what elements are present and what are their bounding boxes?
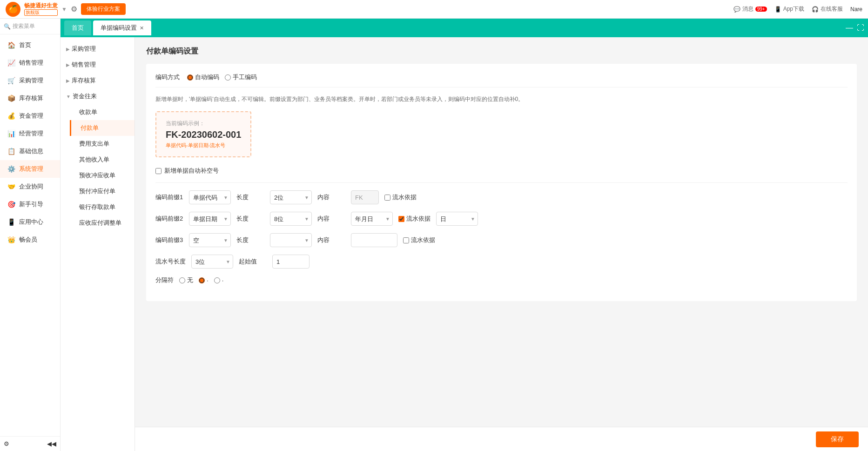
separator-dot-radio[interactable] (199, 277, 205, 283)
length1-select-wrapper: 2位 4位 8位 ▼ (270, 190, 312, 204)
prefix1-select[interactable]: 单据代码 单据日期 空 (189, 190, 231, 204)
code-preview-desc: 单据代码-单据日期-流水号 (166, 142, 241, 149)
content3-label: 内容 (317, 236, 345, 244)
tab-maximize-button[interactable]: ⛶ (857, 24, 864, 32)
sidebar-item-operations[interactable]: 📊 经营管理 (0, 125, 60, 142)
menu-item-bank[interactable]: 银行存取款单 (70, 199, 135, 215)
tab-home[interactable]: 首页 (64, 20, 91, 35)
save-button[interactable]: 保存 (816, 431, 859, 447)
menu-item-prepay-ar[interactable]: 预收冲应收单 (70, 168, 135, 183)
settings-icon[interactable]: ⚙ (71, 5, 77, 13)
menu-group-sales: ▶ 销售管理 (61, 57, 135, 73)
content3-input[interactable] (351, 233, 397, 247)
stream3-checkbox[interactable] (403, 237, 409, 243)
menu-group-capital-items: 收款单 付款单 费用支出单 其他收入单 预收冲应收单 预付冲应付单 银行存取款单… (61, 104, 135, 231)
enterprise-icon: 🤝 (7, 183, 15, 190)
menu-item-receipt[interactable]: 收款单 (70, 104, 135, 120)
separator-none-radio[interactable] (179, 277, 185, 283)
basic-icon: 📋 (7, 148, 15, 155)
sidebar-item-purchase[interactable]: 🛒 采购管理 (0, 72, 60, 89)
tabbar: 首页 单据编码设置 ✕ — ⛶ (61, 19, 868, 37)
stream2-checkbox[interactable] (398, 216, 404, 222)
tab-code-settings[interactable]: 单据编码设置 ✕ (93, 20, 151, 35)
sidebar-item-label: 资金管理 (19, 112, 43, 120)
menu-item-payment[interactable]: 付款单 (70, 120, 135, 136)
message-area[interactable]: 💬 消息 99+ (733, 5, 767, 13)
sidebar-item-system[interactable]: ⚙️ 系统管理 (0, 160, 60, 178)
radio-auto-code-input[interactable] (187, 74, 193, 81)
code-preview-value: FK-20230602-001 (166, 129, 241, 140)
sidebar-item-sales[interactable]: 📈 销售管理 (0, 54, 60, 72)
radio-manual-code[interactable]: 手工编码 (225, 73, 257, 81)
topbar-dropdown[interactable]: ▼ (61, 6, 67, 13)
length1-label: 长度 (236, 193, 264, 202)
tab-home-label: 首页 (72, 24, 84, 32)
sidebar-item-inventory[interactable]: 📦 库存核算 (0, 89, 60, 107)
length1-select[interactable]: 2位 4位 8位 (270, 190, 312, 204)
sidebar-item-enterprise[interactable]: 🤝 企业协同 (0, 178, 60, 195)
radio-auto-code[interactable]: 自动编码 (187, 73, 219, 81)
separator-dash[interactable]: · (214, 277, 224, 284)
sidebar-item-apps[interactable]: 📱 应用中心 (0, 213, 60, 231)
stream1-checkbox[interactable] (384, 195, 390, 201)
prefix1-label: 编码前缀1 (155, 193, 183, 202)
stream3-checkbox-label[interactable]: 流水依据 (403, 236, 435, 244)
trial-button[interactable]: 体验行业方案 (81, 3, 126, 15)
menu-item-adjustment[interactable]: 应收应付调整单 (70, 215, 135, 231)
sidebar-item-home[interactable]: 🏠 首页 (0, 36, 60, 54)
tab-close-icon[interactable]: ✕ (140, 25, 144, 31)
prefix1-select-wrapper: 单据代码 单据日期 空 ▼ (189, 190, 231, 204)
search-menu[interactable]: 🔍 搜索菜单 (0, 19, 60, 34)
menu-group-purchase-title[interactable]: ▶ 采购管理 (61, 41, 135, 57)
radio-manual-code-input[interactable] (225, 74, 231, 81)
settings-card: 编码方式 自动编码 手工编码 (146, 64, 857, 301)
sidebar-item-finance[interactable]: 💰 资金管理 (0, 107, 60, 125)
separator-dash-radio[interactable] (214, 277, 220, 283)
bottom-bar: 保存 (135, 427, 868, 451)
collapse-icon[interactable]: ◀◀ (47, 440, 56, 447)
stream2-period-select[interactable]: 日 月 年 (436, 212, 478, 226)
content2-select[interactable]: 年月日 年月 年 (351, 212, 393, 226)
page-title: 付款单编码设置 (146, 47, 857, 56)
menu-group-capital-title[interactable]: ▼ 资金往来 (61, 88, 135, 104)
menu-group-inventory-title[interactable]: ▶ 库存核算 (61, 73, 135, 88)
stream2-checkbox-label[interactable]: 流水依据 (398, 215, 431, 223)
sidebar: 🔍 搜索菜单 🏠 首页 📈 销售管理 🛒 采购管理 📦 库存核算 💰 (0, 19, 61, 451)
menu-item-prepay-ap[interactable]: 预付冲应付单 (70, 183, 135, 199)
length2-select[interactable]: 8位 2位 4位 (270, 212, 312, 226)
logo: 🍊 (6, 2, 20, 17)
sidebar-item-membership[interactable]: 👑 畅会员 (0, 231, 60, 249)
auto-fill-checkbox[interactable] (155, 168, 161, 174)
code-preview-label: 当前编码示例： (166, 120, 241, 128)
app-download[interactable]: 📱 App下载 (774, 5, 804, 13)
stream1-label: 流水依据 (392, 193, 417, 202)
arrow-icon: ▶ (66, 47, 70, 52)
tab-code-settings-label: 单据编码设置 (101, 24, 137, 32)
content-area: ▶ 采购管理 ▶ 销售管理 ▶ 库存核算 (61, 37, 868, 451)
sidebar-item-basic[interactable]: 📋 基础信息 (0, 142, 60, 160)
serial-length-select[interactable]: 3位 4位 5位 (191, 255, 233, 269)
tab-minimize-button[interactable]: — (846, 24, 853, 32)
content2-select-wrapper: 年月日 年月 年 ▼ (351, 212, 393, 226)
separator-dot[interactable]: · (199, 277, 209, 284)
online-service[interactable]: 🎧 在线客服 (812, 5, 843, 13)
guide-icon: 🎯 (7, 201, 15, 208)
sidebar-item-guide[interactable]: 🎯 新手引导 (0, 195, 60, 213)
logo-icon: 🍊 (6, 2, 20, 17)
system-icon: ⚙️ (7, 165, 15, 173)
sidebar-item-label: 基础信息 (19, 147, 43, 155)
message-icon: 💬 (733, 6, 740, 13)
prefix2-select[interactable]: 单据日期 单据代码 空 (189, 212, 231, 226)
menu-group-sales-title[interactable]: ▶ 销售管理 (61, 57, 135, 73)
settings-bottom-icon[interactable]: ⚙ (4, 440, 9, 447)
start-value-input[interactable] (272, 255, 310, 269)
stream1-checkbox-label[interactable]: 流水依据 (384, 193, 417, 202)
length3-select[interactable] (270, 233, 312, 247)
menu-item-other-income[interactable]: 其他收入单 (70, 152, 135, 168)
separator-none[interactable]: 无 (179, 276, 193, 284)
message-badge: 99+ (755, 7, 767, 12)
menu-item-expense[interactable]: 费用支出单 (70, 136, 135, 152)
divider (155, 182, 848, 183)
user-name[interactable]: Nare (850, 6, 862, 13)
prefix3-select[interactable]: 空 单据代码 单据日期 (189, 233, 231, 247)
